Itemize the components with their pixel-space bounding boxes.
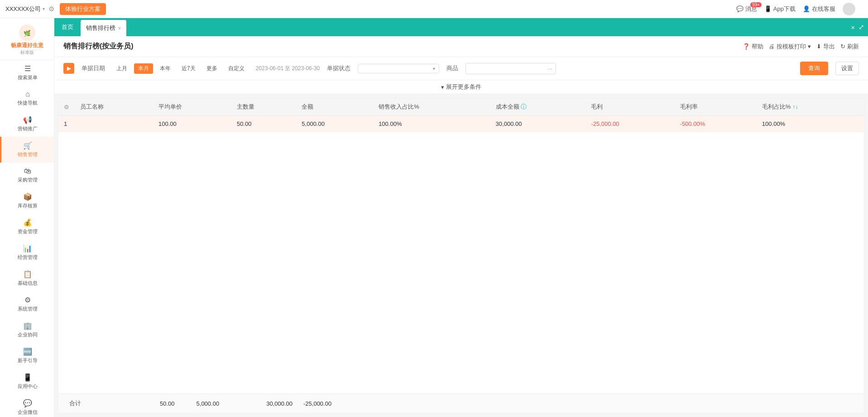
settings-button[interactable]: 设置 — [835, 62, 859, 75]
window-close-icon[interactable]: × — [851, 24, 855, 31]
footer-sales-pct — [225, 402, 261, 405]
export-button[interactable]: ⬇ 导出 — [816, 43, 835, 51]
svg-text:🌿: 🌿 — [24, 29, 31, 37]
brand-sub: 标准版 — [20, 49, 34, 56]
avatar[interactable] — [843, 3, 855, 15]
company-selector[interactable]: XXXXXX公司 ▾ — [5, 5, 45, 13]
footer-gross: -25,000.00 — [298, 398, 337, 409]
page-content: 销售排行榜(按业务员) ❓ 帮助 🖨 按模板打印 ▾ ⬇ 导出 — [54, 36, 868, 417]
service-label: 在线客服 — [812, 5, 835, 13]
sidebar-item-basics[interactable]: 📋 基础信息 — [0, 265, 54, 291]
sidebar-item-label: 销售管理 — [18, 151, 38, 158]
company-settings-icon[interactable]: ⚙ — [48, 5, 54, 13]
footer-total-label: 合计 — [64, 398, 118, 409]
sidebar-item-guide[interactable]: 🆕 新手引导 — [0, 343, 54, 369]
status-dropdown[interactable]: ▾ — [358, 64, 439, 73]
page-title: 销售排行榜(按业务员) — [63, 42, 134, 51]
service-icon: 👤 — [803, 5, 810, 12]
cell-gross: -25,000.00 — [585, 116, 674, 132]
filter-dates: 上月 本月 本年 近7天 更多 自定义 — [112, 63, 249, 74]
gross-pct-info-icon[interactable]: ↑↓ — [792, 103, 798, 110]
col-gross-pct: 毛利占比% ↑↓ — [757, 98, 864, 116]
message-icon: 💬 — [736, 5, 743, 12]
app-download-button[interactable]: 📱 App下载 — [764, 5, 796, 13]
date-btn-last-month[interactable]: 上月 — [112, 63, 131, 74]
date-btn-this-year[interactable]: 本年 — [156, 63, 175, 74]
table-header-row: ⚙ 员工名称 平均单价 主数量 全额 销售收入占比% 成本全额 ⓘ 毛利 毛利率 — [58, 98, 864, 116]
help-button[interactable]: ❓ 帮助 — [743, 43, 763, 51]
sidebar-item-app-center[interactable]: 📱 应用中心 — [0, 369, 54, 394]
goods-more-icon[interactable]: ··· — [547, 65, 552, 72]
col-gear[interactable]: ⚙ — [58, 98, 75, 116]
sidebar-item-sales[interactable]: 🛒 销售管理 — [0, 137, 54, 163]
search-order-icon: ☰ — [24, 64, 31, 73]
tab-home[interactable]: 首页 — [54, 18, 81, 36]
tab-sales-ranking[interactable]: 销售排行榜 × — [81, 20, 126, 36]
date-btn-more[interactable]: 更多 — [202, 63, 221, 74]
date-btn-this-month[interactable]: 本月 — [134, 63, 153, 74]
wechat-icon: 💬 — [23, 399, 32, 407]
filter-bar: ▶ 单据日期 上月 本月 本年 近7天 更多 自定义 2023-06-01 至 … — [54, 57, 868, 80]
sidebar-item-label: 采购管理 — [18, 177, 38, 183]
window-expand-icon[interactable]: ⤢ — [858, 23, 864, 31]
table-row: 1 100.00 50.00 5,000.00 100.00% 30,000.0… — [58, 116, 864, 132]
sidebar: 🌿 畅康通好生意 标准版 ☰ 搜索菜单 ⌂ 快捷导航 📢 营销推广 🛒 销售管理… — [0, 18, 54, 417]
sidebar-item-operations[interactable]: 📊 经营管理 — [0, 240, 54, 265]
footer-main-qty: 50.00 — [154, 398, 180, 409]
inventory-icon: 📦 — [23, 192, 32, 201]
system-icon: ⚙ — [24, 296, 31, 304]
goods-dropdown[interactable]: ··· — [465, 63, 556, 74]
tab-active-label: 销售排行榜 — [86, 24, 115, 32]
content-area: 首页 销售排行榜 × × ⤢ 销售排行榜(按业务员) ❓ 帮助 — [54, 18, 868, 417]
sidebar-item-label: 企业微信 — [18, 409, 38, 416]
online-service-button[interactable]: 👤 在线客服 — [803, 5, 835, 13]
sales-icon: 🛒 — [23, 141, 32, 150]
date-btn-7days[interactable]: 近7天 — [177, 63, 200, 74]
date-range: 2023-06-01 至 2023-06-30 — [256, 65, 320, 72]
sidebar-item-marketing[interactable]: 📢 营销推广 — [0, 111, 54, 137]
basics-icon: 📋 — [23, 270, 32, 278]
col-gross-rate: 毛利率 — [675, 98, 757, 116]
topbar: XXXXXX公司 ▾ ⚙ 体验行业方案 💬 消息 99+ 📱 App下载 👤 在… — [0, 0, 868, 18]
operations-icon: 📊 — [23, 244, 32, 253]
ranking-table: ⚙ 员工名称 平均单价 主数量 全额 销售收入占比% 成本全额 ⓘ 毛利 毛利率 — [58, 98, 864, 132]
filter-collapse-button[interactable]: ▶ — [63, 63, 74, 74]
sidebar-item-capital[interactable]: 💰 资金管理 — [0, 214, 54, 240]
query-button[interactable]: 查询 — [800, 62, 828, 75]
expand-conditions-button[interactable]: ▾ 展开更多条件 — [441, 83, 481, 91]
col-main-qty: 主数量 — [231, 98, 296, 116]
sidebar-item-system[interactable]: ⚙ 系统管理 — [0, 291, 54, 317]
sidebar-item-purchase[interactable]: 🛍 采购管理 — [0, 163, 54, 188]
sidebar-logo: 🌿 畅康通好生意 标准版 — [0, 18, 54, 60]
sidebar-item-wechat[interactable]: 💬 企业微信 — [0, 394, 54, 417]
footer-cost: 30,000.00 — [261, 398, 298, 409]
sidebar-item-quick-nav[interactable]: ⌂ 快捷导航 — [0, 86, 54, 111]
guide-icon: 🆕 — [23, 347, 32, 356]
page-actions: ❓ 帮助 🖨 按模板打印 ▾ ⬇ 导出 ↻ 刷新 — [743, 43, 859, 51]
sidebar-item-search-order[interactable]: ☰ 搜索菜单 — [0, 60, 54, 86]
refresh-button[interactable]: ↻ 刷新 — [840, 43, 859, 51]
tab-close-icon[interactable]: × — [118, 25, 121, 31]
column-settings-icon[interactable]: ⚙ — [64, 104, 69, 110]
sidebar-item-inventory[interactable]: 📦 库存核算 — [0, 188, 54, 214]
brand-name: 畅康通好生意 — [11, 42, 43, 49]
company-chevron-icon: ▾ — [43, 6, 45, 11]
refresh-label: 刷新 — [847, 43, 859, 51]
sidebar-item-label: 经营管理 — [18, 254, 38, 261]
trial-button[interactable]: 体验行业方案 — [60, 3, 106, 15]
topbar-right: 💬 消息 99+ 📱 App下载 👤 在线客服 — [736, 3, 863, 15]
print-button[interactable]: 🖨 按模板打印 ▾ — [769, 43, 811, 51]
sidebar-item-enterprise[interactable]: 🏢 企业协同 — [0, 317, 54, 343]
export-icon: ⬇ — [816, 43, 821, 50]
date-btn-custom[interactable]: 自定义 — [224, 63, 249, 74]
main-layout: 🌿 畅康通好生意 标准版 ☰ 搜索菜单 ⌂ 快捷导航 📢 营销推广 🛒 销售管理… — [0, 18, 868, 417]
filter-expand-row: ▾ 展开更多条件 — [54, 80, 868, 94]
export-label: 导出 — [823, 43, 835, 51]
message-button[interactable]: 💬 消息 99+ — [736, 5, 757, 13]
cell-sales-pct: 100.00% — [373, 116, 490, 132]
cost-info-icon[interactable]: ⓘ — [521, 103, 527, 110]
sidebar-item-label: 资金管理 — [18, 228, 38, 235]
cell-gross-rate: -500.00% — [675, 116, 757, 132]
cell-name — [75, 116, 153, 132]
sidebar-item-label: 营销推广 — [18, 125, 38, 132]
